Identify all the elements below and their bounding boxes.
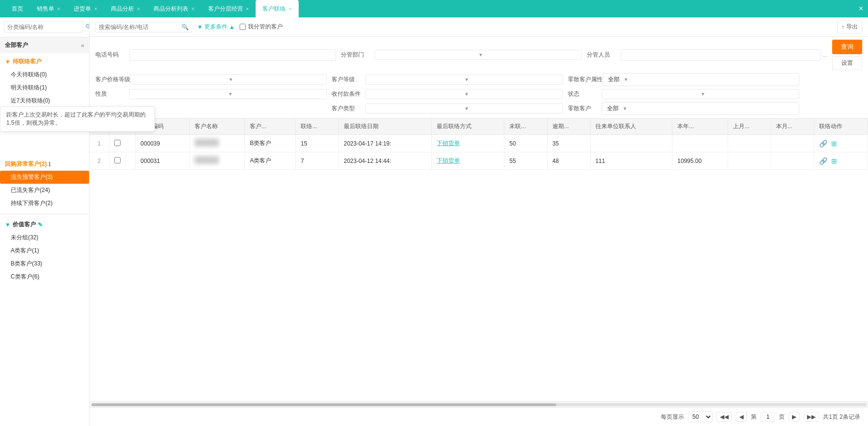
col-this-month-header[interactable]: 本月...	[771, 118, 814, 135]
cust-grade-chev: ▼	[464, 77, 560, 82]
sidebar-group-value-title[interactable]: ▼ 价值客户 ✎	[0, 218, 89, 231]
col-last-month-header[interactable]: 上月...	[728, 118, 771, 135]
col-name-header[interactable]: 客户名称	[189, 118, 245, 135]
cust-type-select[interactable]: ▼	[365, 103, 563, 114]
dept-label: 分管部门	[341, 51, 375, 59]
row1-link-icon[interactable]: 🔗	[819, 140, 827, 147]
adv-buttons: 查询 设置	[832, 40, 862, 70]
adv-row-4: ... 客户类型 ▼ 零散客户 全部 ▼	[95, 102, 862, 115]
row2-last-method[interactable]: 下销货单	[432, 152, 504, 170]
sidebar-item-today[interactable]: 今天待联络(0)	[0, 68, 89, 81]
sidebar-item-ungrouped[interactable]: 未分组(32)	[0, 231, 89, 244]
col-last-date-header[interactable]: 最后联络日期	[338, 118, 431, 135]
nav-item-sales[interactable]: 销售单 ×	[30, 0, 67, 17]
row1-last-method[interactable]: 下销货单	[432, 135, 504, 152]
person-input[interactable]	[621, 49, 821, 61]
last-page-btn[interactable]: ▶▶	[804, 412, 819, 422]
nav-item-customer-tier[interactable]: 客户分层经营 ×	[201, 0, 256, 17]
my-customers-checkbox[interactable]: 我分管的客户	[240, 23, 283, 31]
retail-attr-select[interactable]: 全部 ▼	[603, 73, 799, 86]
nav-item-analysis-list[interactable]: 商品分析列表 ×	[147, 0, 201, 17]
sidebar-item-class-a[interactable]: A类客户(1)	[0, 244, 89, 257]
sidebar-item-7days[interactable]: 近7天待联络(0)	[0, 94, 89, 107]
col-contact-person-header[interactable]: 往来单位联系人	[590, 118, 672, 135]
horizontal-scrollbar[interactable]	[90, 401, 868, 407]
my-customers-check[interactable]	[240, 24, 246, 30]
retail-cust-select[interactable]: 全部 ▼	[602, 102, 799, 115]
col-action-header: 联络动作	[814, 118, 868, 135]
sidebar-item-lost[interactable]: 已流失客户(24)	[0, 184, 89, 197]
status-select[interactable]: ▼	[602, 89, 799, 99]
adv-field-dept: 分管部门 ▼	[341, 50, 581, 60]
row2-link-icon[interactable]: 🔗	[819, 157, 827, 165]
sidebar-item-class-c[interactable]: C类客户(6)	[0, 270, 89, 283]
phone-input[interactable]	[129, 49, 336, 61]
sidebar-item-loss-warning[interactable]: 流失预警客户(3)	[0, 171, 89, 184]
sidebar-search-icon[interactable]: 🔍	[85, 24, 90, 30]
col-unread-header[interactable]: 未联...	[504, 118, 548, 135]
settings-btn[interactable]: 设置	[832, 56, 862, 70]
sidebar-group-abnormal-title[interactable]: 回购异常客户(2) ℹ	[0, 158, 89, 171]
value-edit-icon[interactable]: ✎	[38, 221, 43, 228]
col-last-method-header[interactable]: 最后联络方式	[432, 118, 504, 135]
page-input[interactable]	[761, 412, 775, 422]
adv-field-customer-grade: 客户等级 ▼	[332, 74, 563, 85]
dept-select[interactable]: ▼	[375, 50, 581, 60]
export-icon: ↑	[841, 24, 844, 30]
row2-checkbox[interactable]	[109, 152, 136, 170]
sidebar-search-input[interactable]	[4, 21, 83, 33]
row2-check[interactable]	[114, 157, 121, 163]
nav-item-analysis[interactable]: 商品分析 ×	[104, 0, 147, 17]
nav-close-purchase[interactable]: ×	[94, 6, 97, 12]
nav-close-analysis[interactable]: ×	[137, 6, 140, 12]
row1-code[interactable]: 000039	[136, 135, 189, 152]
nav-close-sales[interactable]: ×	[57, 6, 60, 12]
person-more-btn[interactable]: ...	[822, 52, 827, 59]
nature-select[interactable]: ▼	[129, 89, 327, 99]
table-row: 2 000031 A类客户 7 2023-04-12 14:44:	[90, 152, 868, 170]
row2-unread: 55	[504, 152, 548, 170]
row2-this-year: 10995.00	[672, 152, 728, 170]
nav-item-purchase[interactable]: 进货单 ×	[67, 0, 104, 17]
payment-chev: ▼	[464, 91, 560, 97]
filter-search-input[interactable]	[99, 24, 180, 30]
row2-code[interactable]: 000031	[136, 152, 189, 170]
nav-close-customer-tier[interactable]: ×	[246, 6, 249, 12]
nature-label: 性质	[95, 90, 129, 98]
per-page-select[interactable]: 50 100 200	[688, 411, 713, 422]
row1-check[interactable]	[114, 140, 121, 146]
phone-label: 电话号码	[95, 51, 129, 59]
scroll-track[interactable]	[91, 403, 866, 406]
export-btn[interactable]: ↑ 导出	[837, 20, 862, 33]
sidebar-group-pending-title[interactable]: ▼ 待联络客户	[0, 55, 89, 68]
sidebar-collapse-btn[interactable]: »	[81, 42, 84, 49]
col-type-header[interactable]: 客户...	[245, 118, 296, 135]
next-page-btn[interactable]: ▶	[789, 412, 800, 422]
query-btn[interactable]: 查询	[832, 40, 862, 54]
cust-grade-select[interactable]: ▼	[365, 74, 563, 85]
filter-search-icon[interactable]: 🔍	[182, 24, 189, 30]
prev-page-btn[interactable]: ◀	[736, 412, 747, 422]
nav-close-customer-contact[interactable]: ×	[289, 6, 291, 12]
window-close-icon[interactable]: ×	[859, 4, 863, 13]
sidebar-item-tomorrow[interactable]: 明天待联络(1)	[0, 81, 89, 94]
row2-more-icon[interactable]: ⊞	[831, 157, 837, 165]
tooltip-box: 距客户上次交易时长，超过了此客户的平均交易周期的1.5倍，则视为异常。	[0, 106, 90, 132]
payment-select[interactable]: ▼	[365, 89, 563, 99]
nav-item-customer-contact[interactable]: 客户联络 ×	[256, 0, 298, 17]
price-grade-select[interactable]: ▼	[130, 74, 327, 85]
first-page-btn[interactable]: ◀◀	[716, 412, 732, 422]
sidebar-item-class-b[interactable]: B类客户(33)	[0, 257, 89, 270]
col-this-year-header[interactable]: 本年...	[672, 118, 728, 135]
col-contact-header[interactable]: 联络...	[296, 118, 339, 135]
nav-item-home[interactable]: 首页	[5, 0, 30, 17]
more-conditions-btn[interactable]: ▼ 更多条件 ▲	[197, 23, 235, 31]
scroll-thumb[interactable]	[91, 403, 556, 406]
row1-more-icon[interactable]: ⊞	[831, 140, 837, 147]
cust-type-chev: ▼	[464, 106, 560, 111]
row1-checkbox[interactable]	[109, 135, 136, 152]
nav-close-analysis-list[interactable]: ×	[191, 6, 194, 12]
abnormal-info-icon: ℹ	[48, 161, 51, 168]
sidebar-item-declining[interactable]: 持续下滑客户(2)	[0, 197, 89, 210]
col-overdue-header[interactable]: 逾期...	[548, 118, 591, 135]
